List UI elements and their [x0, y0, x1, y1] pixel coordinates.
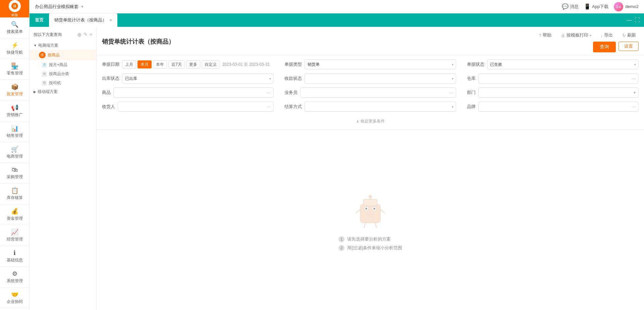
tab-home[interactable]: 首页 [30, 13, 49, 27]
right-panel: 销货单统计计表（按商品） ? 帮助 🖨 按模板打印 ▾ ↓ [97, 27, 644, 310]
goods-input[interactable] [116, 90, 267, 95]
system-icon: ⚙ [1, 270, 28, 277]
query-button[interactable]: 查询 [593, 42, 616, 52]
sidebar-item-marketing[interactable]: 📢 营销推广 [0, 101, 29, 121]
tab-bar: 首页 销货单统计计表（按商品） × — ⛶ [30, 13, 644, 27]
mobile-scheme-section[interactable]: ▶ 移动端方案 [30, 88, 96, 96]
scheme-item-by-driver[interactable]: 司 按司机 [30, 79, 96, 88]
sidebar-item-ecommerce[interactable]: 🛒 电商管理 [0, 142, 29, 163]
warehouse-field: ··· [478, 73, 639, 84]
app-download-btn[interactable]: 📱 App下载 [584, 3, 608, 10]
goods-dots-icon[interactable]: ··· [267, 90, 271, 95]
tip-text-1: 请先选择要分析的方案 [347, 236, 391, 242]
sidebar-item-label: 零售管理 [1, 70, 28, 76]
sidebar-item-label: 采购管理 [1, 174, 28, 180]
desktop-arrow-icon: ▼ [34, 44, 37, 47]
refresh-icon: ↻ [622, 33, 626, 38]
tab-close-icon[interactable]: × [109, 18, 112, 22]
desktop-scheme-title[interactable]: ▼ 电脑端方案 [30, 41, 96, 50]
tab-active[interactable]: 销货单统计计表（按商品） × [49, 13, 117, 27]
date-year-btn[interactable]: 本年 [153, 60, 167, 68]
app-subtitle: 标版 [11, 13, 18, 17]
filter-area: 单据日期 上月 本月 本年 近7天 更多 自定义 2023-03-01 至 20… [97, 55, 644, 130]
add-scheme-icon[interactable]: ⊕ [77, 32, 82, 38]
sidebar-item-system[interactable]: ⚙ 系统管理 [0, 267, 29, 288]
collapse-label: 收起更多条件 [361, 118, 385, 124]
empty-illustration [350, 189, 390, 229]
brand-dots-icon[interactable]: ··· [632, 104, 636, 109]
sub-scheme-label: 按商品分类 [49, 71, 69, 77]
sidebar-item-guide[interactable]: 🎯 新手引导 [0, 308, 29, 310]
filter-row-3: 商品 ··· 业务员 ··· [102, 88, 639, 98]
date-filter: 上月 本月 本年 近7天 更多 自定义 2023-03-01 至 2023-03… [122, 60, 274, 68]
sidebar-item-basic[interactable]: ℹ 基础信息 [0, 246, 29, 267]
recipient-input[interactable] [121, 104, 267, 109]
setup-button[interactable]: 设置 [619, 42, 639, 51]
app-download-icon: 📱 [584, 3, 591, 10]
doc-status-select[interactable]: 已生效 [487, 59, 639, 69]
payment-select[interactable] [305, 73, 456, 84]
brand-input[interactable] [481, 104, 632, 109]
user-name: demo2 [625, 4, 639, 9]
date-more-btn[interactable]: 更多 [186, 60, 200, 68]
warehouse-dots-icon[interactable]: ··· [632, 76, 636, 81]
date-7days-btn[interactable]: 近7天 [168, 60, 185, 68]
export-btn[interactable]: ↓ 导出 [598, 31, 616, 40]
date-prev-month-btn[interactable]: 上月 [122, 60, 136, 68]
salesperson-dots-icon[interactable]: ··· [449, 90, 453, 95]
scheme-item-by-category[interactable]: 分 按商品分类 [30, 69, 96, 79]
date-custom-btn[interactable]: 自定义 [202, 60, 220, 68]
warehouse-input[interactable] [481, 76, 632, 81]
brand-field: ··· [478, 102, 639, 112]
quicknav-icon: ⚡ [1, 42, 28, 49]
message-btn[interactable]: 💬 消息 [562, 3, 579, 10]
date-current-month-btn[interactable]: 本月 [138, 60, 152, 68]
recipient-dots-icon[interactable]: ··· [267, 104, 271, 109]
tab-maximize-icon[interactable]: ⛶ [635, 17, 640, 23]
tab-minimize-icon[interactable]: — [627, 17, 632, 23]
sidebar-item-inventory[interactable]: 📋 库存核算 [0, 184, 29, 204]
sidebar-item-label: 销售管理 [1, 133, 28, 139]
scheme-item-by-goods[interactable]: 按 按商品 [30, 50, 96, 60]
user-avatar-area[interactable]: Ea demo2 [614, 2, 639, 11]
refresh-btn[interactable]: ↻ 刷新 [620, 31, 639, 40]
edit-scheme-icon[interactable]: ✎ [84, 32, 88, 38]
sidebar-item-sales[interactable]: 📊 销售管理 [0, 121, 29, 142]
sidebar-item-label: 搜索菜单 [1, 29, 28, 35]
dept-input[interactable] [481, 90, 634, 95]
filter-warehouse: 仓库 ··· [467, 73, 639, 84]
sidebar-item-cooperation[interactable]: 🤝 企业协同 [0, 288, 29, 308]
doc-type-select[interactable]: 销货单 [305, 59, 456, 69]
dept-dropdown-icon[interactable]: ▾ [634, 90, 636, 95]
cooperation-icon: 🤝 [1, 291, 28, 298]
payment-label: 收款状态 [284, 75, 302, 82]
collapse-row[interactable]: ∧ 收起更多条件 [102, 116, 639, 125]
filter-row-4: 收货人 ··· 结算方式 ▾ [102, 102, 639, 112]
main-area: 办公用品行业模拟账套 ▾ 💬 消息 📱 App下载 Ea demo2 首页 [30, 0, 644, 310]
sidebar-item-wholesale[interactable]: 📦 批发管理 [0, 80, 29, 101]
outbound-select[interactable]: 已出库 [122, 73, 274, 84]
empty-tips: 1 请先选择要分析的方案 2 用[过滤]条件来缩小分析范围 [338, 236, 402, 251]
sidebar-item-quicknav[interactable]: ⚡ 快捷导航 [0, 38, 29, 59]
print-label: 按模板打印 [567, 32, 588, 38]
settlement-select[interactable] [305, 102, 456, 112]
scheme-item-by-month-goods[interactable]: 月 按月+商品 [30, 60, 96, 69]
sidebar-item-retail[interactable]: 🏪 零售管理 [0, 59, 29, 80]
sidebar-item-label: 企业协同 [1, 299, 28, 305]
page-header: 销货单统计计表（按商品） ? 帮助 🖨 按模板打印 ▾ ↓ [97, 27, 644, 55]
sidebar-item-label: 库存核算 [1, 195, 28, 201]
sidebar-item-management[interactable]: 📈 经营管理 [0, 225, 29, 246]
top-header: 办公用品行业模拟账套 ▾ 💬 消息 📱 App下载 Ea demo2 [30, 0, 644, 13]
print-btn[interactable]: 🖨 按模板打印 ▾ [558, 31, 594, 40]
salesperson-input[interactable] [303, 90, 449, 95]
sidebar-item-search[interactable]: 🔍 搜索菜单 [0, 17, 29, 38]
help-btn[interactable]: ? 帮助 [536, 31, 554, 40]
export-icon: ↓ [601, 33, 603, 38]
sidebar-item-purchase[interactable]: 🛍 采购管理 [0, 163, 29, 184]
collapse-panel-icon[interactable]: « [90, 32, 92, 38]
doc-status-select-wrapper: 已生效 ▾ [487, 59, 639, 69]
sidebar-item-finance[interactable]: 💰 资金管理 [0, 204, 29, 225]
left-panel-icons: ⊕ ✎ « [77, 32, 92, 38]
breadcrumb-dropdown-icon[interactable]: ▾ [81, 4, 84, 9]
left-panel-title: 按以下方案查询 [34, 32, 62, 38]
